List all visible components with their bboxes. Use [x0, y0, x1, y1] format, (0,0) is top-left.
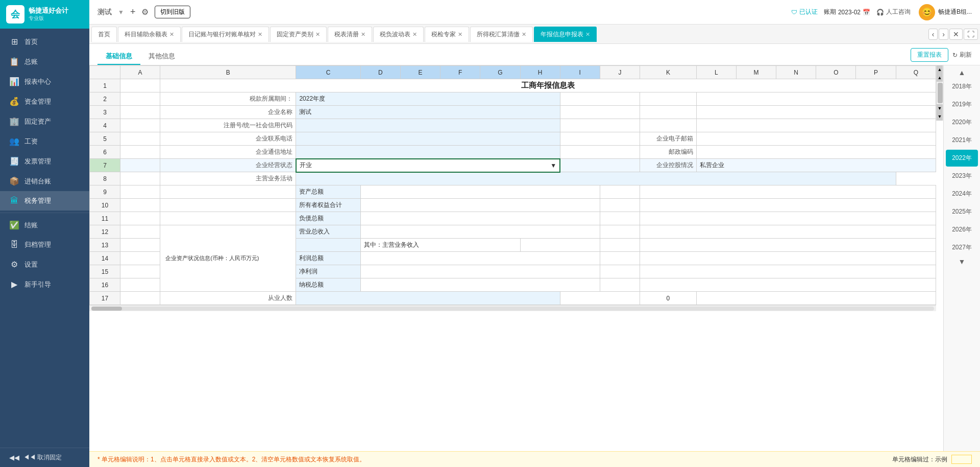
cell[interactable]: 企业联系电话 — [160, 132, 296, 146]
cell[interactable] — [560, 106, 640, 119]
cell[interactable] — [120, 199, 160, 212]
cell[interactable]: 企业电子邮箱 — [640, 132, 697, 146]
cell[interactable] — [696, 132, 936, 146]
cell[interactable] — [560, 292, 640, 305]
year-item-2026[interactable]: 2026年 — [946, 221, 978, 238]
cell[interactable] — [640, 119, 697, 132]
spreadsheet-main[interactable]: A B C D E F G H I J K L M — [89, 65, 936, 451]
cell[interactable]: 从业人数 — [160, 292, 296, 305]
vertical-scrollbar[interactable]: ▲ ▲ ▼ ▼ — [936, 65, 943, 121]
cell[interactable] — [696, 292, 936, 305]
sidebar-item-guide[interactable]: ▶ 新手引导 — [0, 274, 89, 294]
tab-next-button[interactable]: › — [939, 29, 948, 40]
scroll-up-fast-button[interactable]: ▲ — [937, 74, 943, 82]
year-item-2019[interactable]: 2019年 — [946, 96, 978, 113]
cell[interactable] — [696, 146, 936, 159]
cell[interactable] — [360, 265, 600, 278]
cell[interactable] — [360, 212, 600, 225]
cell[interactable] — [600, 185, 640, 199]
sidebar-item-ledger[interactable]: 📋 总账 — [0, 52, 89, 72]
tab-other-info[interactable]: 其他信息 — [140, 49, 183, 65]
cell[interactable]: 企业通信地址 — [160, 146, 296, 159]
cell[interactable] — [696, 106, 936, 119]
cell[interactable] — [120, 119, 160, 132]
year-item-2018[interactable]: 2018年 — [946, 78, 978, 95]
year-item-2025[interactable]: 2025年 — [946, 203, 978, 220]
cell[interactable] — [560, 119, 640, 132]
cell[interactable] — [600, 252, 640, 265]
cell[interactable] — [600, 199, 640, 212]
scroll-down-fast-button[interactable]: ▼ — [937, 104, 943, 112]
cell[interactable]: 资产总额 — [296, 185, 360, 199]
tab-fixed-assets-cat[interactable]: 固定资产类别 ✕ — [270, 27, 327, 42]
cell[interactable] — [120, 92, 160, 106]
tab-tax-fluctuation[interactable]: 税负波动表 ✕ — [373, 27, 424, 42]
cell[interactable] — [640, 239, 936, 252]
cell[interactable] — [640, 106, 697, 119]
sidebar-item-settings[interactable]: ⚙ 设置 — [0, 254, 89, 274]
dropdown-arrow-icon[interactable]: ▼ — [118, 9, 124, 16]
cell[interactable]: 2022年度 — [296, 92, 560, 106]
year-item-2023[interactable]: 2023年 — [946, 168, 978, 184]
cell[interactable] — [120, 252, 160, 265]
cell[interactable]: 企业资产状况信息(币种：人民币万元) — [160, 225, 296, 292]
year-item-2020[interactable]: 2020年 — [946, 114, 978, 131]
tab-home[interactable]: 首页 — [91, 27, 117, 42]
cell[interactable]: 私营企业 — [696, 159, 936, 172]
year-item-2021[interactable]: 2021年 — [946, 132, 978, 149]
tab-annual-report[interactable]: 年报信息申报表 ✕ — [534, 27, 597, 42]
cell[interactable] — [360, 185, 600, 199]
cell[interactable] — [640, 92, 697, 106]
cell[interactable] — [160, 212, 296, 225]
cell[interactable] — [120, 132, 160, 146]
cell[interactable] — [120, 239, 160, 252]
tab-close-all-button[interactable]: ✕ — [949, 29, 963, 40]
cell[interactable] — [360, 199, 600, 212]
cell[interactable]: 税款所属期间： — [160, 92, 296, 106]
cell[interactable] — [640, 278, 936, 292]
cell[interactable] — [120, 292, 160, 305]
tab-prev-button[interactable]: ‹ — [928, 29, 938, 40]
year-item-2024[interactable]: 2024年 — [946, 185, 978, 202]
cell[interactable]: 0 — [640, 292, 697, 305]
cell[interactable] — [120, 106, 160, 119]
cell[interactable] — [640, 265, 936, 278]
cell[interactable]: 测试 — [296, 106, 560, 119]
cell[interactable] — [120, 172, 160, 185]
cell[interactable]: 主营业务活动 — [160, 172, 296, 185]
cell[interactable] — [640, 185, 936, 199]
cell[interactable] — [360, 225, 600, 239]
cell-title[interactable]: 工商年报信息表 — [160, 79, 936, 92]
cell[interactable]: 其中：主营业务收入 — [360, 239, 520, 252]
sidebar-item-reports[interactable]: 📊 报表中心 — [0, 72, 89, 91]
sidebar-item-home[interactable]: ⊞ 首页 — [0, 32, 89, 52]
cell[interactable] — [120, 146, 160, 159]
cell[interactable] — [640, 199, 936, 212]
cell[interactable]: 邮政编码 — [640, 146, 697, 159]
cell[interactable] — [120, 265, 160, 278]
cell[interactable]: 纳税总额 — [296, 278, 360, 292]
cell[interactable] — [360, 278, 600, 292]
cell[interactable] — [296, 119, 560, 132]
cell[interactable] — [600, 212, 640, 225]
calendar-icon[interactable]: 📅 — [863, 9, 870, 16]
cell[interactable]: 注册号/统一社会信用代码 — [160, 119, 296, 132]
cell[interactable] — [600, 278, 640, 292]
cell[interactable] — [520, 239, 600, 252]
cell[interactable]: 企业经营状态 — [160, 159, 296, 172]
cell-active-dropdown[interactable]: 开业 ▼ — [296, 159, 560, 172]
scroll-up-button[interactable]: ▲ — [937, 65, 943, 74]
cell[interactable] — [160, 199, 296, 212]
cell[interactable] — [600, 225, 640, 239]
sidebar-item-tax[interactable]: 🏛 税务管理 — [0, 191, 89, 211]
cell[interactable]: 企业控股情况 — [640, 159, 697, 172]
cell[interactable]: 营业总收入 — [296, 225, 360, 239]
user-menu[interactable]: 😊 畅捷通B组... — [919, 4, 972, 20]
switch-version-button[interactable]: 切到旧版 — [155, 6, 190, 18]
sidebar-item-payroll[interactable]: 👥 工资 — [0, 131, 89, 151]
cell[interactable] — [120, 159, 160, 172]
cell[interactable] — [120, 212, 160, 225]
sidebar-item-archive[interactable]: 🗄 归档管理 — [0, 235, 89, 254]
sidebar-item-purchase-sales[interactable]: 📦 进销台账 — [0, 171, 89, 191]
cell[interactable] — [296, 239, 360, 252]
